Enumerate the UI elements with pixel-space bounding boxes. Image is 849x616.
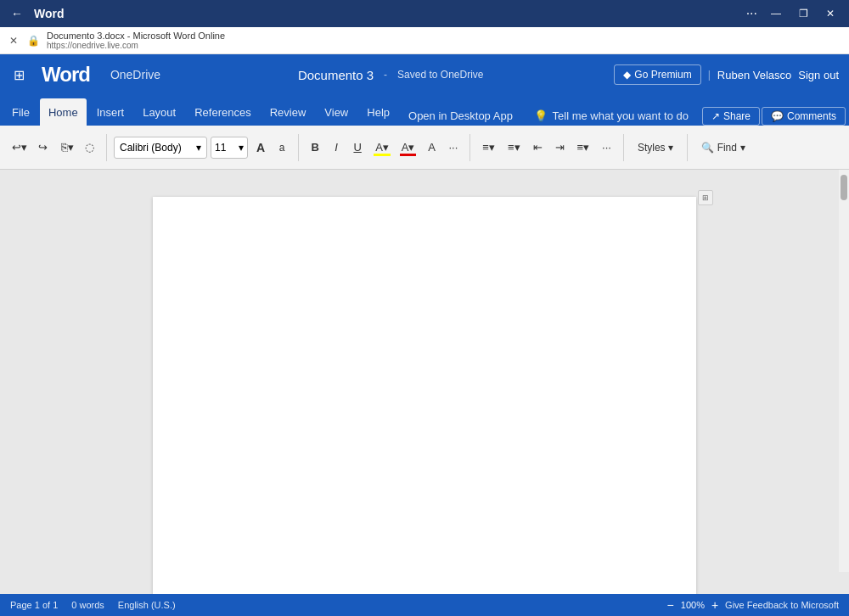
header-divider: | bbox=[708, 69, 711, 81]
menu-item-review[interactable]: Review bbox=[261, 98, 315, 126]
status-bar: Page 1 of 1 0 words English (U.S.) − 100… bbox=[0, 594, 849, 616]
open-desktop-app-button[interactable]: Open in Desktop App bbox=[400, 106, 521, 126]
numbering-button[interactable]: ≡▾ bbox=[503, 137, 526, 159]
clear-format-button[interactable]: ◌ bbox=[80, 137, 99, 159]
menu-item-file[interactable]: File bbox=[3, 98, 38, 126]
highlight-button[interactable]: A▾ bbox=[370, 137, 394, 159]
username[interactable]: Ruben Velasco bbox=[717, 69, 791, 81]
address-url-container[interactable]: Documento 3.docx - Microsoft Word Online… bbox=[47, 31, 225, 50]
bullets-icon: ≡ bbox=[482, 141, 489, 154]
page-info: Page 1 of 1 bbox=[10, 600, 58, 610]
clear-format-icon: ◌ bbox=[85, 141, 94, 154]
document-page[interactable] bbox=[153, 197, 696, 594]
page-url: https://onedrive.live.com bbox=[47, 41, 225, 50]
font-color-button[interactable]: A▾ bbox=[396, 137, 420, 159]
menu-item-home[interactable]: Home bbox=[40, 98, 87, 126]
menu-item-layout[interactable]: Layout bbox=[134, 98, 184, 126]
align-button[interactable]: ≡▾ bbox=[572, 137, 595, 159]
apps-grid-icon[interactable]: ⊞ bbox=[10, 64, 28, 87]
redo-icon: ↪ bbox=[38, 141, 48, 154]
app-header: ⊞ Word OneDrive Documento 3 - Saved to O… bbox=[0, 54, 849, 95]
comments-icon: 💬 bbox=[771, 110, 784, 122]
redo-button[interactable]: ↪ bbox=[33, 137, 53, 159]
status-bar-right: − 100% + Give Feedback to Microsoft bbox=[667, 598, 839, 612]
menu-item-help[interactable]: Help bbox=[358, 98, 398, 126]
font-size-selector[interactable]: 11 ▾ bbox=[211, 137, 248, 159]
undo-button[interactable]: ↩▾ bbox=[7, 137, 32, 159]
save-status: Saved to OneDrive bbox=[397, 69, 483, 81]
scrollbar-thumb[interactable] bbox=[841, 175, 847, 200]
tab-close-button[interactable]: ✕ bbox=[7, 34, 20, 48]
text-format-group: B I U bbox=[306, 137, 367, 159]
numbering-icon: ≡ bbox=[508, 141, 514, 154]
font-size-increase-button[interactable]: A bbox=[251, 137, 270, 159]
font-decrease-icon: a bbox=[279, 142, 285, 154]
find-button[interactable]: 🔍 Find ▾ bbox=[694, 138, 752, 157]
more-font-button[interactable]: ··· bbox=[443, 137, 463, 159]
close-button[interactable]: ✕ bbox=[818, 3, 842, 24]
font-size-decrease-button[interactable]: a bbox=[273, 137, 291, 159]
word-logo: Word bbox=[42, 63, 90, 87]
indent-left-icon: ⇤ bbox=[533, 141, 543, 154]
page-container: ⊞ bbox=[153, 183, 696, 594]
menu-item-view[interactable]: View bbox=[316, 98, 357, 126]
back-button[interactable]: ← bbox=[7, 3, 27, 24]
find-icon: 🔍 bbox=[701, 142, 714, 154]
ribbon-divider-1 bbox=[106, 134, 107, 161]
comments-button[interactable]: 💬 Comments bbox=[762, 107, 846, 126]
page-corner-button[interactable]: ⊞ bbox=[698, 190, 713, 205]
sign-out-link[interactable]: Sign out bbox=[798, 69, 839, 81]
page-corner-icon: ⊞ bbox=[702, 193, 709, 202]
font-dropdown-icon: ▾ bbox=[196, 142, 201, 154]
doc-title-area: Documento 3 - Saved to OneDrive bbox=[181, 68, 600, 82]
ribbon: ↩▾ ↪ ⎘▾ ◌ Calibri (Body) ▾ 11 ▾ A a B bbox=[0, 126, 849, 170]
bold-button[interactable]: B bbox=[306, 137, 324, 159]
document-scroll-area[interactable]: ⊞ bbox=[0, 170, 849, 594]
feedback-button[interactable]: Give Feedback to Microsoft bbox=[725, 600, 839, 610]
share-icon: ↗ bbox=[711, 110, 720, 122]
tell-me-search[interactable]: 💡 Tell me what you want to do bbox=[526, 106, 697, 126]
page-title: Documento 3.docx - Microsoft Word Online bbox=[47, 31, 225, 41]
ribbon-divider-5 bbox=[687, 134, 688, 161]
header-right: ◆ Go Premium | Ruben Velasco Sign out bbox=[614, 64, 839, 85]
indent-left-button[interactable]: ⇤ bbox=[528, 137, 548, 159]
zoom-minus-button[interactable]: − bbox=[667, 598, 674, 612]
ribbon-divider-3 bbox=[469, 134, 470, 161]
restore-button[interactable]: ❐ bbox=[791, 3, 815, 24]
go-premium-button[interactable]: ◆ Go Premium bbox=[614, 64, 700, 85]
ribbon-divider-2 bbox=[298, 134, 299, 161]
document-wrapper: ⊞ bbox=[0, 170, 849, 594]
menu-item-references[interactable]: References bbox=[186, 98, 259, 126]
styles-button[interactable]: Styles ▾ bbox=[631, 138, 680, 157]
comments-label: Comments bbox=[787, 110, 836, 122]
title-divider: - bbox=[384, 69, 387, 81]
clear-formatting-button[interactable]: A bbox=[422, 137, 441, 159]
menu-item-insert[interactable]: Insert bbox=[88, 98, 133, 126]
more-options-icon[interactable]: ··· bbox=[743, 6, 761, 21]
italic-button[interactable]: I bbox=[327, 137, 346, 159]
bullets-button[interactable]: ≡▾ bbox=[477, 137, 500, 159]
ribbon-divider-4 bbox=[623, 134, 624, 161]
scrollbar-vertical[interactable] bbox=[839, 170, 849, 572]
tell-me-icon: 💡 bbox=[534, 109, 548, 122]
clipboard-button[interactable]: ⎘▾ bbox=[56, 137, 79, 159]
restore-icon: ❐ bbox=[799, 8, 808, 20]
more-paragraph-button[interactable]: ··· bbox=[597, 137, 616, 159]
clear-icon: A bbox=[428, 141, 436, 154]
clipboard-icon: ⎘ bbox=[61, 141, 68, 154]
lock-icon: 🔒 bbox=[27, 35, 40, 47]
minimize-button[interactable]: — bbox=[764, 3, 788, 24]
premium-label: Go Premium bbox=[634, 69, 691, 81]
share-button[interactable]: ↗ Share bbox=[702, 107, 760, 126]
indent-right-button[interactable]: ⇥ bbox=[550, 137, 570, 159]
word-count: 0 words bbox=[71, 600, 104, 610]
title-bar-controls: ··· — ❐ ✕ bbox=[743, 3, 842, 24]
underline-button[interactable]: U bbox=[348, 137, 367, 159]
clipboard-group: ⎘▾ ◌ bbox=[56, 137, 99, 159]
zoom-plus-button[interactable]: + bbox=[711, 598, 718, 612]
font-name-selector[interactable]: Calibri (Body) ▾ bbox=[114, 137, 207, 159]
undo-redo-group: ↩▾ ↪ bbox=[7, 137, 53, 159]
main-content: ⊞ Page 1 of 1 0 words English (U.S.) − 1… bbox=[0, 170, 849, 616]
menu-bar: File Home Insert Layout References Revie… bbox=[0, 95, 849, 126]
onedrive-link[interactable]: OneDrive bbox=[104, 64, 167, 85]
